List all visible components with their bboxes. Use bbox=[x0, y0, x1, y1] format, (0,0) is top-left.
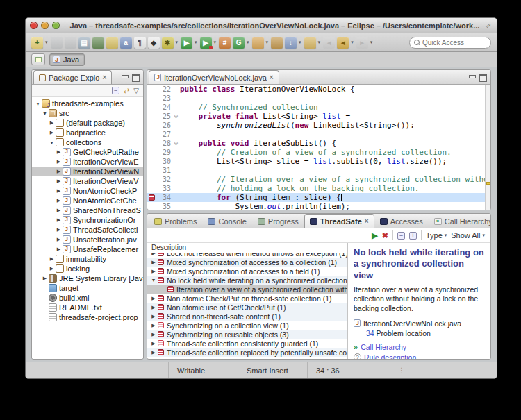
tree-item-sharednonthreads[interactable]: ▶SharedNonThreadS bbox=[32, 205, 143, 215]
chevron-down-icon[interactable]: ▼ bbox=[35, 101, 41, 106]
chevron-right-icon[interactable]: ▶ bbox=[56, 237, 62, 242]
chevron-right-icon[interactable]: ▶ bbox=[56, 149, 62, 155]
chevron-right-icon[interactable]: ▶ bbox=[150, 260, 157, 265]
tree-item-nonatomiccheckp[interactable]: ▶NonAtomicCheckP bbox=[32, 186, 143, 196]
code-line-26[interactable]: 26 synchronizedList(new LinkedList<Strin… bbox=[147, 121, 485, 130]
tree-item-badpractice[interactable]: ▶badpractice bbox=[32, 128, 143, 137]
tree-item-synchronizationor[interactable]: ▶SynchronizationOr bbox=[32, 215, 143, 225]
code-editor[interactable]: 22public class IterationOverViewNoLock {… bbox=[147, 85, 485, 210]
dropdown-caret-icon[interactable]: ▾ bbox=[266, 40, 269, 45]
run-external-tools-icon[interactable]: ▶ bbox=[200, 37, 212, 49]
code-line-25[interactable]: 25⊖ private final List<String> list = bbox=[147, 112, 485, 121]
perspective-java-button[interactable]: J Java bbox=[49, 53, 85, 66]
problem-file-name[interactable]: IterationOverViewNoLock.java bbox=[363, 319, 461, 328]
tree-item-unsafeiteration-jav[interactable]: ▶UnsafeIteration.jav bbox=[32, 235, 143, 244]
code-line-27[interactable]: 27 bbox=[147, 130, 485, 139]
tree-item-unsafereplacemer[interactable]: ▶UnsafeReplacemer bbox=[32, 244, 143, 254]
format-icon[interactable] bbox=[271, 37, 283, 49]
chevron-right-icon[interactable]: ▶ bbox=[150, 296, 157, 301]
tree-item-immutability[interactable]: ▶immutability bbox=[32, 254, 143, 264]
chevron-down-icon[interactable]: ▼ bbox=[42, 111, 48, 116]
chevron-right-icon[interactable]: ▶ bbox=[56, 159, 62, 165]
print-icon[interactable]: ▤ bbox=[78, 37, 90, 49]
run-analysis-icon[interactable]: ▶ bbox=[372, 231, 377, 240]
debug-icon[interactable]: ✱ bbox=[162, 37, 174, 49]
chevron-right-icon[interactable]: ▶ bbox=[49, 256, 55, 262]
dropdown-caret-icon[interactable]: ▾ bbox=[176, 40, 179, 45]
tab-editor-iterationoverviewnolock[interactable]: IterationOverViewNoLock.java × bbox=[149, 70, 279, 84]
new-wizard-icon[interactable]: + bbox=[31, 37, 43, 49]
chevron-right-icon[interactable]: ▶ bbox=[56, 188, 62, 194]
dropdown-caret-icon[interactable]: ▾ bbox=[45, 40, 48, 45]
dropdown-caret-icon[interactable]: ▾ bbox=[299, 40, 301, 45]
dropdown-caret-icon[interactable]: ▾ bbox=[370, 40, 373, 45]
tree-item-threadsafe-project-prop[interactable]: threadsafe-project.prop bbox=[32, 312, 143, 322]
chevron-right-icon[interactable]: ▶ bbox=[150, 350, 157, 355]
coverage-icon[interactable]: # bbox=[219, 37, 231, 49]
expand-all-icon[interactable]: + bbox=[409, 232, 417, 240]
fold-collapse-icon[interactable]: ⊖ bbox=[172, 139, 180, 148]
tab-package-explorer[interactable]: Package Explo × bbox=[33, 70, 112, 84]
code-line-24[interactable]: 24 // Synchronized collection bbox=[147, 103, 485, 112]
chevron-right-icon[interactable]: ▶ bbox=[150, 323, 157, 328]
problem-row[interactable]: ▼No lock held while iterating on a synch… bbox=[147, 276, 347, 285]
maximize-view-button[interactable] bbox=[131, 74, 139, 81]
chevron-right-icon[interactable]: ▶ bbox=[56, 217, 62, 223]
dropdown-caret-icon[interactable]: ▾ bbox=[214, 40, 217, 45]
collapse-all-icon[interactable]: − bbox=[112, 87, 119, 94]
tree-item-build-xml[interactable]: build.xml bbox=[32, 293, 143, 303]
problem-row[interactable]: ▶Shared non-thread-safe content (1) bbox=[147, 312, 347, 321]
description-column-header[interactable]: Description bbox=[147, 243, 347, 253]
view-menu-icon[interactable]: ▽ bbox=[133, 87, 139, 94]
tree-item--default-package-[interactable]: ▶(default package) bbox=[32, 118, 143, 128]
resize-grow-icon[interactable]: ⇗ bbox=[484, 22, 493, 30]
threadsafe-marker-icon[interactable] bbox=[147, 193, 156, 202]
code-line-32[interactable]: 32 // Iteration over a view of a synchro… bbox=[147, 175, 485, 184]
overview-ruler[interactable] bbox=[485, 85, 490, 210]
chevron-right-icon[interactable]: ▶ bbox=[42, 276, 48, 281]
tree-item-target[interactable]: target bbox=[32, 283, 143, 293]
filter-show-all-button[interactable]: Show All▾ bbox=[451, 231, 485, 240]
tree-item-threadsafe-examples[interactable]: ▼threadsafe-examples bbox=[32, 99, 143, 108]
generate-icon[interactable]: G bbox=[233, 37, 245, 49]
rule-description-link[interactable]: ? Rule description bbox=[354, 353, 485, 359]
chevron-right-icon[interactable]: ▶ bbox=[150, 314, 157, 319]
tree-item-nonatomicgetche[interactable]: ▶NonAtomicGetChe bbox=[32, 196, 143, 205]
call-hierarchy-link[interactable]: » Call Hierarchy bbox=[354, 343, 485, 351]
tree-item-src[interactable]: ▼src bbox=[32, 108, 143, 118]
dropdown-caret-icon[interactable]: ▾ bbox=[351, 40, 354, 45]
problem-row[interactable]: ▶Thread-safe collection consistently gua… bbox=[147, 339, 347, 348]
problem-row[interactable]: ▶Thread-safe collection replaced by pote… bbox=[147, 348, 347, 357]
close-icon[interactable]: × bbox=[270, 74, 274, 81]
warning-marker-tick[interactable] bbox=[486, 182, 490, 185]
group-by-type-button[interactable]: Type▾ bbox=[426, 231, 447, 240]
chevron-right-icon[interactable]: ▶ bbox=[150, 305, 157, 310]
code-line-31[interactable]: 31 bbox=[147, 166, 485, 175]
zoom-window-button[interactable] bbox=[52, 22, 60, 29]
minimize-window-button[interactable] bbox=[41, 22, 49, 29]
maximize-view-button[interactable] bbox=[479, 74, 486, 81]
close-window-button[interactable] bbox=[30, 22, 38, 29]
link-with-editor-icon[interactable]: ⇄ bbox=[124, 87, 129, 94]
delete-markers-icon[interactable]: ✖ bbox=[382, 231, 388, 240]
open-perspective-button[interactable] bbox=[31, 53, 45, 65]
tree-item-collections[interactable]: ▼collections bbox=[32, 137, 143, 147]
chevron-right-icon[interactable]: ▶ bbox=[150, 341, 157, 346]
code-line-30[interactable]: 30 List<String> slice = list.subList(0, … bbox=[147, 157, 485, 166]
close-icon[interactable]: × bbox=[365, 217, 369, 225]
tree-item-iterationoverviewe[interactable]: ▶IterationOverViewE bbox=[32, 157, 143, 167]
quick-access-input[interactable] bbox=[422, 39, 486, 47]
problem-line-link[interactable]: 34 bbox=[366, 329, 374, 337]
problem-row[interactable]: ▶Synchronizing on reusable objects (3) bbox=[147, 330, 347, 339]
chevron-down-icon[interactable]: ▼ bbox=[49, 140, 55, 145]
chevron-right-icon[interactable]: ▶ bbox=[56, 227, 62, 233]
tab-threadsafe[interactable]: ThreadSafe× bbox=[304, 214, 374, 228]
problem-row[interactable]: ▶Non atomic Check/Put on thread-safe col… bbox=[147, 294, 347, 303]
minimize-view-button[interactable] bbox=[468, 74, 476, 81]
debug-attach-icon[interactable] bbox=[92, 37, 104, 49]
tree-item-iterationoverviewv[interactable]: ▶IterationOverViewV bbox=[32, 176, 143, 186]
dropdown-caret-icon[interactable]: ▾ bbox=[247, 40, 249, 45]
run-icon[interactable]: ▶ bbox=[181, 37, 192, 49]
close-icon[interactable]: × bbox=[102, 74, 106, 81]
open-resource-icon[interactable] bbox=[252, 37, 264, 49]
